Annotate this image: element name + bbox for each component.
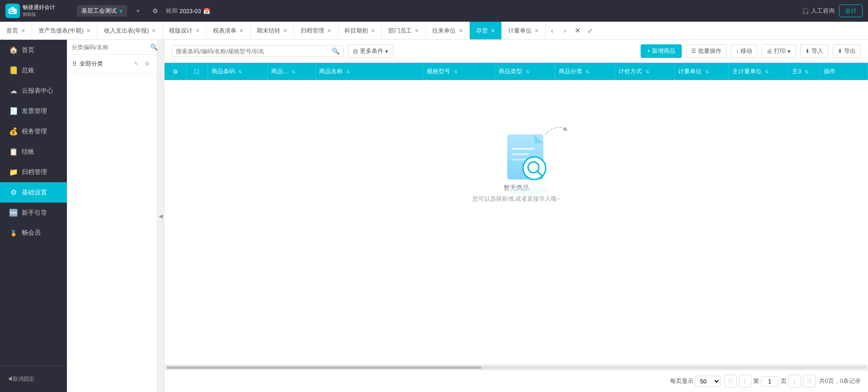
page-last-btn[interactable]: ⟩⟩ (803, 375, 816, 387)
tab-income[interactable]: 收入支出表(年报) ✕ (98, 22, 163, 40)
tab-tax[interactable]: 税表清单 ✕ (207, 22, 250, 40)
sort-name-icon: ⇅ (346, 69, 350, 74)
tab-inventory-close[interactable]: ✕ (491, 28, 495, 34)
tab-dept-close[interactable]: ✕ (415, 28, 419, 34)
collapse-panel-btn[interactable]: ◀ (157, 40, 165, 392)
sidebar-item-home[interactable]: 🏠 首页 (0, 40, 67, 60)
scrollbar-track[interactable] (166, 366, 866, 369)
tab-template[interactable]: 模版设计 ✕ (163, 22, 207, 40)
page-next-btn[interactable]: ⟩ (788, 375, 801, 387)
sidebar-item-invoice[interactable]: 🧾 发票管理 (0, 101, 67, 121)
add-tab-button[interactable]: ＋ (132, 5, 144, 17)
sidebar-item-tax[interactable]: 💰 税务管理 (0, 121, 67, 142)
tab-income-close[interactable]: ✕ (151, 28, 156, 34)
tab-balance-label: 资产负债表(中期) (38, 27, 84, 35)
tab-template-label: 模版设计 (169, 27, 193, 35)
batch-btn[interactable]: ☰ 批量操作 (686, 44, 726, 58)
sidebar-item-member[interactable]: 🏅 畅会员 (0, 223, 67, 243)
settings-icon[interactable]: ⚙ (149, 5, 161, 17)
col-barcode[interactable]: 商品条码 ⇅ (208, 63, 267, 80)
col-num3[interactable]: 主3 ⇅ (788, 63, 820, 80)
import-btn[interactable]: ⬇ 导入 (800, 44, 828, 58)
tab-archive-close[interactable]: ✕ (327, 28, 331, 34)
tab-prev-button[interactable]: ‹ (546, 22, 558, 40)
page-number-input[interactable] (761, 376, 779, 387)
col-unit[interactable]: 计量单位 ⇅ (675, 63, 728, 80)
add-product-button[interactable]: + 新增商品 (641, 44, 682, 58)
app-name: 畅捷通好会计 (23, 4, 55, 11)
col-name[interactable]: 商品名称 ⇅ (316, 63, 423, 80)
print-label: 打印 (774, 47, 786, 55)
tab-subject-label: 科目期初 (344, 27, 368, 35)
col-check[interactable]: ☐ (186, 63, 208, 80)
user-role-button[interactable]: 会计 (839, 5, 863, 17)
sidebar-item-ledger[interactable]: 📒 总账 (0, 60, 67, 80)
product-search-input[interactable] (176, 48, 329, 55)
tab-next-button[interactable]: › (558, 22, 571, 40)
category-settings-btn[interactable]: ⚙ (142, 59, 151, 68)
company-selector[interactable]: 基层工会测试 ▾ (77, 5, 127, 17)
category-actions: ✎ ⚙ (132, 59, 151, 68)
page-size-select-wrap: 每页显示 10 20 50 100 (670, 376, 721, 387)
col-spec[interactable]: 规格型号 ⇅ (423, 63, 495, 80)
all-category-item[interactable]: ⠿ 全部分类 ✎ ⚙ (67, 55, 157, 73)
tab-tax-close[interactable]: ✕ (239, 28, 244, 34)
tab-inventory-label: 存货 (476, 27, 488, 35)
col-code2[interactable]: 商品... ⇅ (268, 63, 316, 80)
horizontal-scrollbar[interactable] (165, 364, 868, 370)
tab-customer-close[interactable]: ✕ (458, 28, 463, 34)
col-settings-icon: ⚙ (173, 68, 178, 75)
col-code2-label: 商品... (271, 68, 288, 75)
page-size-select[interactable]: 10 20 50 100 (695, 376, 721, 387)
tab-subject[interactable]: 科目期初 ✕ (338, 22, 382, 40)
sidebar-item-reports[interactable]: ☁ 云报表中心 (0, 80, 67, 101)
col-type[interactable]: 商品类型 ⇅ (495, 63, 555, 80)
tab-period-end-close[interactable]: ✕ (283, 28, 288, 34)
col-main-unit[interactable]: 主计量单位 ⇅ (728, 63, 788, 80)
move-btn[interactable]: ↕ 移动 (731, 44, 757, 58)
customer-service-btn[interactable]: 🎧 人工咨询 (802, 7, 835, 15)
tab-unit[interactable]: 计量单位 ✕ (502, 22, 546, 40)
print-btn[interactable]: 🖨 打印 ▾ (762, 44, 796, 58)
tab-inventory[interactable]: 存货 ✕ (470, 22, 502, 40)
more-filter-btn[interactable]: ⊟ 更多条件 ▾ (348, 44, 393, 58)
sidebar-item-guide[interactable]: 🆕 新手引导 (0, 203, 67, 223)
scrollbar-thumb[interactable] (166, 366, 481, 369)
export-btn[interactable]: ⬆ 导出 (833, 44, 861, 58)
category-search-icon[interactable]: 🔍 (150, 43, 158, 51)
tab-period-end[interactable]: 期末结转 ✕ (250, 22, 294, 40)
product-search-icon[interactable]: 🔍 (332, 47, 340, 55)
unpin-button[interactable]: ◀︎取消固定 (0, 371, 67, 387)
calendar-icon[interactable]: 📅 (203, 8, 210, 14)
sidebar-item-archive[interactable]: 📁 归档管理 (0, 162, 67, 182)
product-table: ⚙ ☐ 商品条码 ⇅ 商品... (165, 63, 868, 239)
tab-balance[interactable]: 资产负债表(中期) ✕ (32, 22, 98, 40)
tab-balance-close[interactable]: ✕ (86, 28, 91, 34)
col-settings[interactable]: ⚙ (165, 63, 186, 80)
sidebar-item-settle[interactable]: 📋 结账 (0, 142, 67, 162)
app-sub: 旗舰版 (23, 11, 55, 18)
tab-customer[interactable]: 往来单位 ✕ (426, 22, 470, 40)
tab-unit-close[interactable]: ✕ (534, 28, 539, 34)
category-edit-btn[interactable]: ✎ (132, 59, 141, 68)
pagination-bar: 每页显示 10 20 50 100 ⟨⟨ ⟨ 第 (165, 370, 868, 392)
tab-close-all-button[interactable]: ✕ (571, 22, 584, 40)
tab-dept-label: 部门员工 (388, 27, 412, 35)
cloud-icon: ☁ (9, 86, 18, 95)
tab-income-label: 收入支出表(年报) (104, 27, 149, 35)
sidebar-item-settings[interactable]: ⚙ 基础设置 (0, 182, 67, 203)
tab-subject-close[interactable]: ✕ (371, 28, 375, 34)
page-first-btn[interactable]: ⟨⟨ (724, 375, 737, 387)
tab-archive[interactable]: 归档管理 ✕ (294, 22, 338, 40)
tax-icon: 💰 (9, 127, 18, 136)
tab-expand-button[interactable]: ⤢ (584, 22, 596, 40)
page-prev-btn[interactable]: ⟨ (739, 375, 751, 387)
col-category[interactable]: 商品分类 ⇅ (555, 63, 614, 80)
tab-home-close[interactable]: ✕ (21, 28, 25, 34)
tab-dept[interactable]: 部门员工 ✕ (382, 22, 426, 40)
col-price-method[interactable]: 计价方式 ⇅ (615, 63, 675, 80)
dropdown-arrow-icon: ▾ (119, 8, 123, 14)
category-search-input[interactable] (71, 44, 147, 51)
tab-home[interactable]: 首页 ✕ (0, 22, 32, 40)
tab-template-close[interactable]: ✕ (195, 28, 200, 34)
